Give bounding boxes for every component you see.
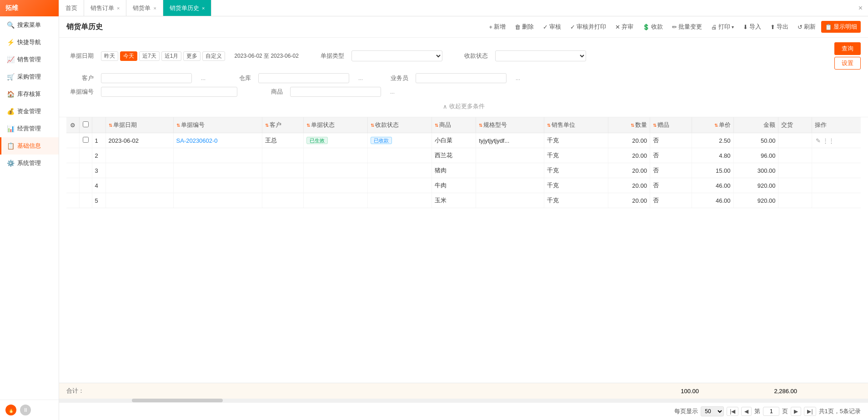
per-page-select[interactable]: 50 100: [701, 406, 724, 416]
sidebar-item-finance[interactable]: 💰 资金管理: [0, 103, 59, 120]
col-pay-status[interactable]: ⇅收款状态: [368, 117, 432, 133]
sidebar-item-purchase[interactable]: 🛒 采购管理: [0, 68, 59, 85]
pause-icon[interactable]: ⏸: [20, 405, 31, 415]
sidebar-item-inventory[interactable]: 🏠 库存核算: [0, 85, 59, 103]
col-spec[interactable]: ⇅规格型号: [476, 117, 544, 133]
sidebar-item-search[interactable]: 🔍 搜索菜单: [0, 16, 59, 34]
tab-close-sales-order[interactable]: ×: [117, 5, 120, 11]
salesman-label: 业务员: [381, 74, 408, 82]
pay-status-select[interactable]: [495, 50, 586, 61]
fire-icon[interactable]: 🔥: [5, 405, 16, 415]
col-gear[interactable]: ⚙: [66, 117, 79, 133]
row-checkbox[interactable]: [79, 193, 92, 208]
customer-ellipsis[interactable]: ...: [201, 75, 206, 81]
row-checkbox[interactable]: [79, 163, 92, 178]
row-amount: 96.00: [733, 148, 778, 163]
import-button[interactable]: ⬇ 导入: [739, 21, 765, 33]
select-all-checkbox[interactable]: [83, 121, 89, 127]
inventory-icon: 🏠: [7, 90, 15, 98]
print-icon: 🖨: [711, 24, 717, 30]
date-btn-yesterday[interactable]: 昨天: [101, 51, 118, 61]
audit-button[interactable]: ✓ 审核: [539, 21, 565, 33]
sidebar-item-label: 系统管理: [17, 159, 41, 167]
row-doc-no[interactable]: SA-20230602-0: [173, 133, 262, 148]
doc-type-select[interactable]: [351, 50, 442, 61]
tab-sales-order[interactable]: 销售订单 ×: [84, 0, 126, 16]
sidebar-item-label: 搜索菜单: [17, 21, 41, 29]
sidebar-item-operations[interactable]: 📊 经营管理: [0, 120, 59, 137]
date-btn-custom[interactable]: 自定义: [202, 51, 225, 61]
goods-input[interactable]: [290, 87, 381, 97]
tab-close-all[interactable]: ×: [853, 4, 868, 12]
page-number-input[interactable]: [763, 407, 779, 416]
page-first-button[interactable]: |◀: [727, 407, 738, 416]
show-detail-button[interactable]: 📋 显示明细: [821, 21, 861, 33]
row-checkbox[interactable]: [79, 178, 92, 193]
export-button[interactable]: ⬆ 导出: [767, 21, 792, 33]
tab-home[interactable]: 首页: [59, 0, 84, 16]
add-button[interactable]: + 新增: [485, 21, 509, 33]
date-btn-1month[interactable]: 近1月: [161, 51, 182, 61]
date-btn-today[interactable]: 今天: [120, 51, 137, 61]
customer-input[interactable]: [101, 73, 192, 83]
print-button[interactable]: 🖨 打印 ▾: [707, 21, 738, 33]
goods-ellipsis[interactable]: ...: [390, 89, 395, 95]
col-gift[interactable]: ⇅赠品: [650, 117, 692, 133]
row-doc-date: 2023-06-02: [105, 133, 173, 148]
row-price: 46.00: [692, 193, 733, 208]
doc-no-input[interactable]: [101, 87, 237, 97]
col-goods[interactable]: ⇅商品: [431, 117, 476, 133]
col-customer[interactable]: ⇅客户: [262, 117, 304, 133]
row-checkbox[interactable]: [79, 133, 92, 148]
date-btn-7days[interactable]: 近7天: [139, 51, 160, 61]
edit-action[interactable]: ✎: [816, 137, 821, 144]
collapse-bar[interactable]: ∧ 收起更多条件: [66, 100, 861, 112]
row-customer: [262, 193, 304, 208]
sidebar-item-system[interactable]: ⚙️ 系统管理: [0, 155, 59, 172]
set-button[interactable]: 设置: [834, 57, 861, 70]
sidebar-item-label: 资金管理: [17, 107, 41, 115]
sidebar-item-shortcut[interactable]: ⚡ 快捷导航: [0, 34, 59, 51]
page-last-button[interactable]: ▶|: [804, 407, 816, 416]
col-unit[interactable]: ⇅销售单位: [544, 117, 608, 133]
doc-no-link[interactable]: SA-20230602-0: [176, 137, 218, 144]
page-title: 销货单历史: [66, 22, 103, 32]
col-doc-date[interactable]: ⇅单据日期: [105, 117, 173, 133]
horizontal-scrollbar[interactable]: [59, 399, 868, 402]
row-gift: 否: [650, 178, 692, 193]
row-checkbox-input[interactable]: [83, 137, 89, 143]
audit-print-button[interactable]: ✓ 审核并打印: [567, 21, 610, 33]
date-btn-more[interactable]: 更多: [183, 51, 201, 61]
tab-close-sales-goods[interactable]: ×: [153, 5, 156, 11]
collect-icon: 💲: [642, 24, 650, 30]
sidebar-logo: 拓维: [0, 0, 59, 16]
col-price[interactable]: ⇅单价: [692, 117, 733, 133]
warehouse-input[interactable]: [258, 73, 349, 83]
row-checkbox[interactable]: [79, 148, 92, 163]
sidebar-item-basic[interactable]: 📋 基础信息: [0, 137, 59, 155]
col-checkbox[interactable]: [79, 117, 92, 133]
tab-sales-history[interactable]: 销货单历史 ×: [163, 0, 211, 16]
page-next-button[interactable]: ▶: [791, 407, 801, 416]
scroll-thumb[interactable]: [132, 399, 223, 402]
tab-sales-goods[interactable]: 销货单 ×: [126, 0, 163, 16]
refresh-icon: ↺: [798, 24, 803, 30]
collect-button[interactable]: 💲 收款: [639, 21, 667, 33]
tab-close-sales-history[interactable]: ×: [202, 5, 205, 11]
delete-button[interactable]: 🗑 删除: [511, 21, 537, 33]
batch-change-button[interactable]: ✏ 批量变更: [668, 21, 706, 33]
salesman-ellipsis[interactable]: ...: [516, 75, 520, 81]
col-doc-status[interactable]: ⇅单据状态: [304, 117, 368, 133]
query-button[interactable]: 查询: [834, 42, 861, 55]
row-pay-status: [368, 193, 432, 208]
sidebar-item-sales[interactable]: 📈 销售管理: [0, 51, 59, 68]
col-doc-no[interactable]: ⇅单据编号: [173, 117, 262, 133]
more-action[interactable]: ⋮⋮: [823, 137, 834, 144]
abandon-button[interactable]: ✕ 弃审: [612, 21, 637, 33]
warehouse-ellipsis[interactable]: ...: [358, 75, 363, 81]
refresh-button[interactable]: ↺ 刷新: [794, 21, 819, 33]
salesman-input[interactable]: [416, 73, 507, 83]
col-qty[interactable]: ⇅数量: [608, 117, 650, 133]
row-amount: 300.00: [733, 163, 778, 178]
page-prev-button[interactable]: ◀: [741, 407, 752, 416]
